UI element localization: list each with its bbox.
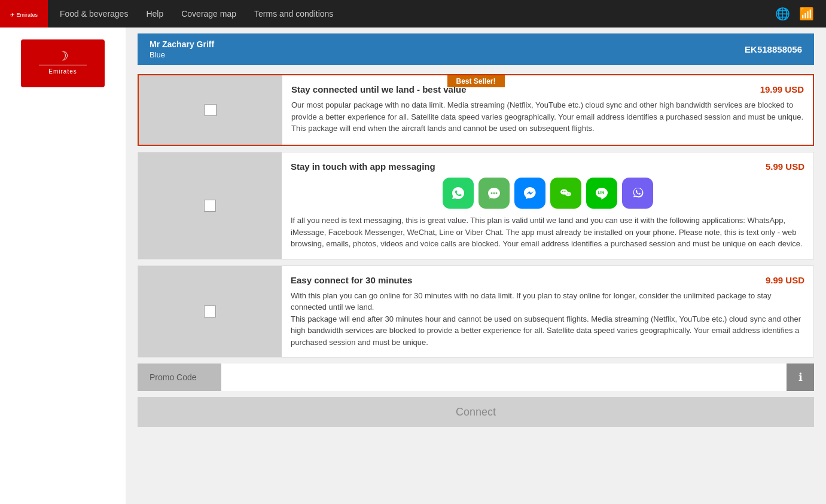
package-messaging[interactable]: Stay in touch with app messaging 5.99 US… <box>138 152 814 259</box>
logo-area: ✈ Emirates <box>0 0 48 28</box>
package-title-unlimited: Stay connected until we land - best valu… <box>291 84 467 94</box>
package-content-messaging: Stay in touch with app messaging 5.99 US… <box>282 152 813 259</box>
nav-coverage-map[interactable]: Coverage map <box>181 9 236 19</box>
user-bar: Mr Zachary Griff Blue EK518858056 <box>138 33 814 65</box>
imessage-icon <box>478 178 510 209</box>
svg-point-10 <box>520 184 540 203</box>
package-radio-area-unlimited <box>139 75 282 145</box>
promo-info-icon[interactable]: ℹ <box>787 364 814 391</box>
svg-point-18 <box>592 184 611 203</box>
wechat-icon <box>550 178 581 209</box>
wifi-icon[interactable]: 📶 <box>799 7 814 21</box>
package-desc-30min: With this plan you can go online for 30 … <box>291 290 804 349</box>
package-desc-unlimited: Our most popular package with no data li… <box>291 99 804 135</box>
navbar: ✈ Emirates Food & beverages Help Coverag… <box>0 0 826 28</box>
svg-point-17 <box>568 194 569 195</box>
svg-point-7 <box>490 193 492 194</box>
nav-food-beverages[interactable]: Food & beverages <box>60 9 128 19</box>
messenger-icon <box>514 178 545 209</box>
package-radio-area-messaging <box>138 152 282 259</box>
globe-icon[interactable]: 🌐 <box>775 7 790 21</box>
connect-button[interactable]: Connect <box>138 397 814 427</box>
package-30min[interactable]: Easy connect for 30 minutes 9.99 USD Wit… <box>138 265 814 358</box>
user-name: Mr Zachary Griff <box>150 39 214 49</box>
package-title-messaging: Stay in touch with app messaging <box>291 161 435 172</box>
viber-icon <box>622 178 653 209</box>
radio-unlimited[interactable] <box>205 104 217 116</box>
emirates-logo-full: ☽ Emirates <box>27 42 99 84</box>
svg-point-14 <box>564 191 565 193</box>
packages-container: Best Seller! Stay connected until we lan… <box>138 74 814 358</box>
package-radio-area-30min <box>138 266 282 358</box>
nav-help[interactable]: Help <box>146 9 163 19</box>
package-content-30min: Easy connect for 30 minutes 9.99 USD Wit… <box>282 266 813 358</box>
svg-text:✈ Emirates: ✈ Emirates <box>10 12 38 18</box>
sidebar-logo: ☽ Emirates <box>0 28 126 504</box>
nav-terms-conditions[interactable]: Terms and conditions <box>254 9 333 19</box>
user-info: Mr Zachary Griff Blue <box>150 39 214 59</box>
package-desc-messaging: If all you need is text messaging, this … <box>291 215 804 250</box>
svg-point-9 <box>495 193 497 194</box>
booking-ref: EK518858056 <box>745 44 802 54</box>
emirates-logo-svg: ✈ Emirates <box>6 2 42 26</box>
best-seller-badge: Best Seller! <box>447 75 504 87</box>
package-header-messaging: Stay in touch with app messaging 5.99 US… <box>291 161 804 172</box>
svg-point-15 <box>565 192 571 197</box>
promo-label: Promo Code <box>138 364 221 391</box>
main-content: Mr Zachary Griff Blue EK518858056 Best S… <box>126 28 826 504</box>
package-title-30min: Easy connect for 30 minutes <box>291 275 412 285</box>
package-unlimited[interactable]: Best Seller! Stay connected until we lan… <box>138 74 814 146</box>
navbar-icons: 🌐 📶 <box>775 7 814 21</box>
package-price-30min: 9.99 USD <box>766 275 804 285</box>
svg-point-16 <box>566 194 568 195</box>
nav-links: Food & beverages Help Coverage map Terms… <box>60 9 775 19</box>
svg-text:☽: ☽ <box>57 48 69 63</box>
svg-point-8 <box>493 193 495 194</box>
radio-messaging[interactable] <box>204 200 216 212</box>
package-price-unlimited: 19.99 USD <box>760 84 804 94</box>
package-content-unlimited: Stay connected until we land - best valu… <box>282 75 813 145</box>
page-layout: ☽ Emirates Mr Zachary Griff Blue EK51885… <box>0 28 826 504</box>
radio-30min[interactable] <box>204 306 216 317</box>
package-header-30min: Easy connect for 30 minutes 9.99 USD <box>291 275 804 285</box>
line-icon <box>586 178 617 209</box>
svg-text:Emirates: Emirates <box>48 68 77 75</box>
promo-section: Promo Code ℹ <box>138 364 814 391</box>
svg-point-13 <box>562 191 563 193</box>
whatsapp-icon <box>443 178 474 209</box>
emirates-logo-box: ☽ Emirates <box>21 39 105 87</box>
package-price-messaging: 5.99 USD <box>766 161 804 172</box>
promo-input[interactable] <box>221 364 787 391</box>
package-header-unlimited: Stay connected until we land - best valu… <box>291 84 804 94</box>
messaging-icons <box>291 178 804 209</box>
user-tier: Blue <box>150 50 214 59</box>
